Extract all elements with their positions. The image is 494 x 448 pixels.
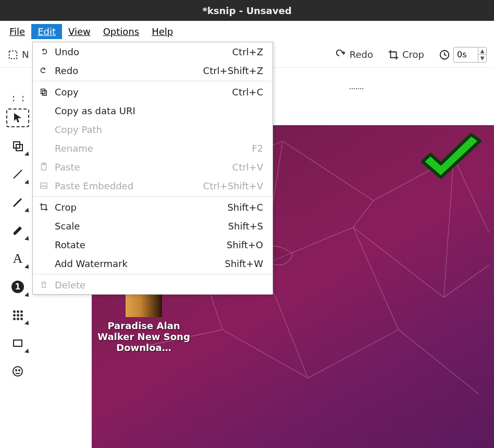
menu-file[interactable]: File [3, 24, 31, 39]
tool-palette: ⋮⋮ A 1 [0, 94, 35, 448]
number-tool[interactable]: 1 [6, 277, 29, 296]
menu-view[interactable]: View [62, 24, 97, 39]
delay-up-icon[interactable]: ▲ [478, 47, 486, 55]
menu-item-label: Delete [55, 280, 258, 290]
menu-item-watermark[interactable]: Add Watermark Shift+W [33, 254, 273, 273]
submenu-indicator-icon [24, 264, 31, 270]
menu-item-label: Copy as data URI [55, 105, 258, 116]
svg-point-7 [19, 370, 20, 371]
crop-label: Crop [402, 49, 424, 60]
redo-label: Redo [350, 49, 373, 60]
edit-dropdown-menu: Undo Ctrl+Z Redo Ctrl+Shift+Z Copy Ctrl+… [32, 42, 273, 295]
menu-item-delete: Delete [33, 275, 273, 294]
menu-item-rename: Rename F2 [33, 139, 273, 158]
pencil-icon [11, 196, 24, 209]
menu-item-label: Copy [55, 87, 227, 98]
menu-item-label: Rotate [55, 239, 221, 250]
menu-item-label: Crop [55, 202, 222, 213]
delay-spin-arrows[interactable]: ▲ ▼ [478, 47, 486, 62]
line-icon [11, 168, 24, 180]
submenu-indicator-icon [24, 292, 31, 298]
menu-item-crop[interactable]: Crop Shift+C [33, 198, 273, 216]
menu-item-shortcut: Ctrl+Shift+V [203, 180, 263, 191]
blur-grid-icon [13, 310, 23, 320]
rectangle-icon [11, 337, 24, 349]
select-tool[interactable] [6, 108, 29, 127]
menu-item-label: Paste [55, 162, 227, 173]
line-tool[interactable] [6, 165, 29, 184]
menu-item-scale[interactable]: Scale Shift+S [33, 216, 273, 235]
menu-item-copy[interactable]: Copy Ctrl+C [33, 82, 273, 101]
pen-tool[interactable] [6, 193, 29, 212]
menu-edit[interactable]: Edit [31, 24, 62, 39]
svg-point-5 [13, 367, 22, 376]
redo-icon [38, 66, 50, 75]
crop-region-icon [7, 49, 19, 60]
paste-icon [38, 162, 50, 172]
menu-item-copy-data-uri[interactable]: Copy as data URI [33, 101, 273, 120]
marker-tool[interactable] [6, 221, 29, 240]
window-title: *ksnip - Unsaved [202, 5, 291, 16]
submenu-indicator-icon [24, 236, 31, 242]
number-badge-icon: 1 [11, 281, 24, 293]
menu-item-paste: Paste Ctrl+V [33, 158, 273, 176]
menu-item-shortcut: Ctrl+Shift+Z [203, 65, 263, 76]
copy-icon [38, 87, 50, 96]
clock-icon [439, 49, 450, 60]
file-label: Paradise Alan Walker New Song Downloa… [97, 320, 191, 353]
svg-point-6 [16, 370, 17, 371]
checkmark-icon [415, 130, 488, 188]
delay-down-icon[interactable]: ▼ [478, 55, 486, 62]
sticker-tool[interactable] [6, 362, 29, 381]
menu-item-shortcut: Ctrl+Z [232, 46, 263, 57]
menu-item-redo[interactable]: Redo Ctrl+Shift+Z [33, 61, 273, 80]
menu-item-shortcut: Shift+W [225, 258, 263, 269]
menu-item-label: Add Watermark [55, 258, 219, 269]
menu-item-rotate[interactable]: Rotate Shift+O [33, 235, 273, 254]
menu-item-shortcut: Ctrl+C [232, 87, 263, 98]
submenu-indicator-icon [24, 320, 31, 326]
palette-grip-icon: ⋮⋮ [8, 94, 27, 99]
rectangle-tool[interactable] [6, 334, 29, 353]
duplicate-tool[interactable] [6, 137, 29, 155]
marker-icon [11, 224, 24, 237]
menu-item-label: Scale [55, 221, 223, 232]
menu-item-copy-path: Copy Path [33, 120, 273, 139]
text-tool[interactable]: A [6, 249, 29, 268]
desktop-file-item: Paradise Alan Walker New Song Downloa… [97, 287, 191, 353]
blur-tool[interactable] [6, 306, 29, 324]
trash-icon [38, 280, 50, 289]
menu-item-label: Undo [55, 46, 227, 57]
menu-item-shortcut: Ctrl+V [232, 162, 263, 173]
crop-button[interactable]: Crop [385, 47, 427, 63]
window-titlebar: *ksnip - Unsaved [0, 0, 494, 21]
menubar: File Edit View Options Help [0, 21, 494, 42]
crop-icon [38, 202, 50, 212]
duplicate-icon [11, 140, 24, 152]
menu-separator [33, 81, 273, 81]
menu-item-label: Copy Path [55, 124, 258, 135]
delay-control: ▲ ▼ [436, 45, 490, 65]
submenu-indicator-icon [24, 179, 31, 186]
menu-item-paste-embedded: Paste Embedded Ctrl+Shift+V [33, 176, 273, 195]
svg-rect-0 [9, 51, 17, 58]
menu-item-shortcut: F2 [252, 143, 263, 154]
new-capture-label: N [22, 49, 29, 60]
menu-item-shortcut: Shift+C [227, 202, 263, 213]
redo-button[interactable]: Redo [332, 47, 376, 63]
image-icon [38, 181, 50, 190]
menu-help[interactable]: Help [145, 24, 179, 39]
menu-item-label: Rename [55, 143, 246, 154]
submenu-indicator-icon [24, 151, 31, 158]
menu-item-undo[interactable]: Undo Ctrl+Z [33, 42, 273, 61]
text-a-icon: A [13, 251, 23, 267]
checkmark-annotation[interactable] [415, 130, 488, 190]
svg-rect-12 [41, 183, 47, 189]
new-capture-button[interactable]: N [4, 47, 32, 63]
menu-separator [33, 196, 273, 197]
menu-item-label: Redo [55, 65, 198, 76]
delay-spinbox[interactable]: ▲ ▼ [453, 47, 487, 63]
delay-input[interactable] [454, 50, 478, 59]
svg-rect-4 [14, 340, 22, 346]
menu-options[interactable]: Options [97, 24, 145, 39]
